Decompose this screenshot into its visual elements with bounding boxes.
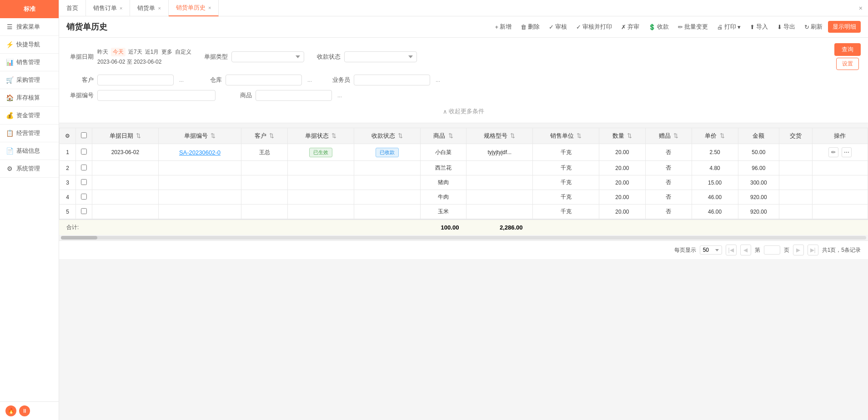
page-last-btn[interactable]: ▶|: [808, 245, 818, 255]
warehouse-ellipsis[interactable]: ...: [306, 77, 314, 83]
cell-checkbox[interactable]: [76, 161, 92, 175]
tab-sales-order-close[interactable]: ×: [120, 5, 122, 11]
export-button[interactable]: ⬇ 导出: [773, 21, 799, 33]
warehouse-input[interactable]: [226, 75, 302, 85]
sort-sales-unit-icon[interactable]: ⇅: [577, 132, 582, 139]
cell-transaction: [779, 144, 813, 161]
goods-input[interactable]: [256, 90, 332, 101]
discard-button[interactable]: ✗ 弃审: [617, 21, 643, 33]
page-label: 第: [755, 246, 760, 254]
date-shortcut-more[interactable]: 更多: [161, 48, 172, 56]
date-shortcut-today[interactable]: 今天: [111, 48, 125, 56]
tab-sales-goods-close[interactable]: ×: [158, 5, 161, 11]
sidebar-fire-btn[interactable]: 🔥: [5, 405, 16, 416]
cell-checkbox[interactable]: [76, 205, 92, 219]
tab-sales-goods-history[interactable]: 销货单历史 ×: [169, 0, 219, 16]
row-checkbox-1[interactable]: [81, 165, 87, 170]
print-icon: 🖨: [717, 24, 723, 30]
cell-checkbox[interactable]: [76, 190, 92, 205]
scroll-bar-container[interactable]: [59, 235, 868, 240]
sidebar-item-ops-mgmt[interactable]: 📋 经营管理: [0, 125, 59, 142]
sort-doc-date-icon[interactable]: ⇅: [136, 132, 141, 139]
sidebar-pause-btn[interactable]: ⏸: [19, 405, 30, 416]
tab-sales-goods[interactable]: 销货单 ×: [130, 0, 168, 16]
add-button[interactable]: + 新增: [491, 21, 515, 33]
cell-seq: 5: [60, 205, 76, 219]
cell-doc-number[interactable]: SA-20230602-0: [158, 144, 241, 161]
page-number-input[interactable]: 1: [764, 245, 780, 255]
row-checkbox-4[interactable]: [81, 208, 87, 214]
toolbar: + 新增 🗑 删除 ✓ 审核 ✓ 审核并打印 ✗ 弃审: [491, 21, 861, 33]
sort-doc-number-icon[interactable]: ⇅: [211, 132, 216, 139]
sidebar-logo: 标准: [0, 0, 59, 18]
row-checkbox-2[interactable]: [81, 179, 87, 185]
doc-type-select[interactable]: [231, 51, 304, 62]
select-all-checkbox[interactable]: [81, 132, 87, 138]
sort-goods-icon[interactable]: ⇅: [448, 132, 453, 139]
sidebar-item-fund-mgmt[interactable]: 💰 资金管理: [0, 107, 59, 125]
col-settings[interactable]: ⚙: [60, 128, 76, 144]
payment-status-select[interactable]: [344, 51, 417, 62]
cell-checkbox[interactable]: [76, 175, 92, 190]
tab-sales-goods-history-close[interactable]: ×: [208, 5, 211, 10]
page-first-btn[interactable]: |◀: [726, 245, 737, 255]
customer-ellipsis[interactable]: ...: [177, 77, 186, 83]
date-shortcut-custom[interactable]: 自定义: [175, 48, 191, 56]
table-footer: 合计: 100.00 2,286.00: [59, 219, 868, 235]
row-checkbox-0[interactable]: [81, 149, 87, 155]
goods-ellipsis[interactable]: ...: [336, 92, 344, 99]
window-close-btn[interactable]: ×: [859, 5, 863, 12]
page-prev-btn[interactable]: ◀: [740, 245, 751, 255]
sort-quantity-icon[interactable]: ⇅: [627, 132, 632, 139]
date-shortcut-yesterday[interactable]: 昨天: [97, 48, 108, 56]
sidebar-item-sys-mgmt[interactable]: ⚙ 系统管理: [0, 160, 59, 178]
sidebar-item-search-menu[interactable]: ☰ 搜索菜单: [0, 18, 59, 36]
collect-button[interactable]: 💲 收款: [645, 21, 672, 33]
sort-payment-status-icon[interactable]: ⇅: [398, 132, 403, 139]
doc-number-input[interactable]: [97, 90, 216, 101]
query-button[interactable]: 查询: [834, 43, 861, 56]
cell-goods: 牛肉: [420, 190, 467, 205]
sort-unit-price-icon[interactable]: ⇅: [720, 132, 725, 139]
page-next-btn[interactable]: ▶: [793, 245, 804, 255]
tab-sales-order[interactable]: 销售订单 ×: [86, 0, 130, 16]
sidebar-item-sales-mgmt[interactable]: 📊 销售管理: [0, 54, 59, 71]
page-size-select[interactable]: 20 50 100 200: [700, 245, 722, 255]
sort-customer-icon[interactable]: ⇅: [269, 132, 274, 139]
show-detail-button[interactable]: 显示明细: [828, 21, 861, 33]
op-edit-btn[interactable]: ✏: [828, 147, 838, 157]
sidebar-item-basic-info[interactable]: 📄 基础信息: [0, 142, 59, 160]
salesman-input[interactable]: [354, 75, 430, 85]
op-more-btn[interactable]: ⋯: [842, 147, 852, 157]
sort-doc-status-icon[interactable]: ⇅: [331, 132, 336, 139]
date-shortcut-1month[interactable]: 近1月: [145, 48, 159, 56]
customer-input[interactable]: [97, 75, 174, 85]
batch-change-button[interactable]: ✏ 批量变更: [674, 21, 712, 33]
cell-checkbox[interactable]: [76, 144, 92, 161]
refresh-button[interactable]: ↻ 刷新: [801, 21, 826, 33]
settings-button[interactable]: 设置: [836, 58, 859, 70]
footer-total-amount: 2,286.00: [487, 224, 523, 231]
row-checkbox-3[interactable]: [81, 194, 87, 200]
print-button[interactable]: 🖨 打印 ▾: [713, 21, 744, 33]
review-print-button[interactable]: ✓ 审核并打印: [572, 21, 616, 33]
sidebar-item-inventory-calc[interactable]: 🏠 库存核算: [0, 89, 59, 107]
delete-button[interactable]: 🗑 删除: [517, 21, 543, 33]
scroll-bar-thumb[interactable]: [61, 236, 97, 240]
scroll-bar-track[interactable]: [61, 236, 866, 240]
sidebar-item-quick-nav[interactable]: ⚡ 快捷导航: [0, 36, 59, 54]
filter-section: 单据日期 昨天 今天 近7天 近1月 更多 自定义 2023-06-02 至 2…: [59, 38, 868, 123]
salesman-ellipsis[interactable]: ...: [434, 77, 442, 83]
review-button[interactable]: ✓ 审核: [545, 21, 571, 33]
sort-spec-icon[interactable]: ⇅: [510, 132, 515, 139]
sort-gift-icon[interactable]: ⇅: [673, 132, 678, 139]
date-shortcut-7days[interactable]: 近7天: [128, 48, 142, 56]
col-checkbox[interactable]: [76, 128, 92, 144]
cell-spec: [467, 190, 533, 205]
collapse-button[interactable]: ∧ 收起更多条件: [443, 107, 484, 115]
cell-gift: 否: [645, 175, 692, 190]
sidebar-item-purchase-mgmt[interactable]: 🛒 采购管理: [0, 71, 59, 89]
import-button[interactable]: ⬆ 导入: [746, 21, 772, 33]
tab-home[interactable]: 首页: [59, 0, 86, 16]
col-doc-number: 单据编号 ⇅: [158, 128, 241, 144]
